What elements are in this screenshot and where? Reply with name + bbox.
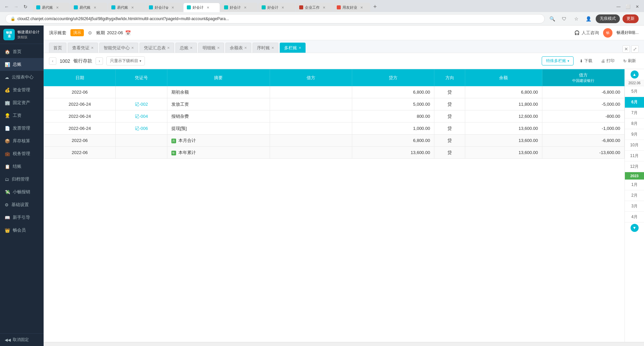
sidebar-item-inventory[interactable]: 📦 库存核算 xyxy=(0,135,44,147)
refresh-icon: ↻ xyxy=(623,59,627,63)
tab-view-voucher[interactable]: 查看凭证 ✕ xyxy=(68,43,98,53)
month-9[interactable]: 9月 xyxy=(625,129,644,140)
maximize-btn[interactable]: ⬜ xyxy=(624,3,632,11)
forward-btn[interactable]: → xyxy=(12,3,20,11)
tab-close-7[interactable]: ✕ xyxy=(281,6,284,9)
profile-icon-btn[interactable]: 👤 xyxy=(584,14,593,23)
sidebar-item-ledger[interactable]: 📊 总账 xyxy=(0,58,44,71)
month-12[interactable]: 12月 xyxy=(625,161,644,172)
tab-close-9[interactable]: ✕ xyxy=(360,6,363,9)
sidebar-item-funds[interactable]: 💰 资金管理 xyxy=(0,84,44,96)
print-btn[interactable]: 🖨 打印 xyxy=(598,57,617,65)
tab-journal-close[interactable]: ✕ xyxy=(271,46,274,50)
tab-journal[interactable]: 序时账 ✕ xyxy=(253,43,278,53)
next-account-btn[interactable]: › xyxy=(96,57,103,65)
tab-balance-sheet-close[interactable]: ✕ xyxy=(244,46,247,50)
calendar-up-arrow[interactable]: ▲ xyxy=(625,69,644,80)
tab-smart-voucher[interactable]: 智能凭证中心 ✕ xyxy=(99,43,138,53)
cell-voucher-2[interactable]: 记-002 xyxy=(116,98,167,110)
tab-voucher-summary[interactable]: 凭证汇总表 ✕ xyxy=(140,43,174,53)
cell-voucher-4[interactable]: 记-006 xyxy=(116,122,167,135)
star-icon-btn[interactable]: ☆ xyxy=(572,14,581,23)
sidebar-item-settings[interactable]: ⚙ 基础设置 xyxy=(0,198,44,211)
tab-icon-6 xyxy=(224,5,228,9)
search-icon-btn[interactable]: 🔍 xyxy=(547,14,557,23)
sidebar-item-home[interactable]: 🏠 首页 xyxy=(0,45,44,58)
prev-account-btn[interactable]: ‹ xyxy=(49,57,56,65)
tab-enterprise[interactable]: 企业工作 ✕ xyxy=(296,3,333,12)
shield-icon-btn[interactable]: 🛡 xyxy=(559,14,569,23)
tab-haokuaiji-2[interactable]: 好会计 ✕ xyxy=(221,3,258,12)
month-8[interactable]: 8月 xyxy=(625,118,644,129)
calendar-icon[interactable]: 📅 xyxy=(125,30,131,36)
user-avatar[interactable]: 畅 xyxy=(603,28,612,38)
cell-voucher-3[interactable]: 记-004 xyxy=(116,110,167,122)
sidebar-item-expense[interactable]: 💸 小畅报销 xyxy=(0,186,44,198)
tab-multi-column-close[interactable]: ✕ xyxy=(299,46,301,50)
horizontal-scrollbar[interactable] xyxy=(44,342,644,346)
tab-view-voucher-close[interactable]: ✕ xyxy=(91,46,94,50)
tab-close-8[interactable]: ✕ xyxy=(323,6,325,9)
tab-home[interactable]: 首页 xyxy=(49,43,66,53)
month-11[interactable]: 11月 xyxy=(625,151,644,161)
sidebar-item-invoice[interactable]: 📄 发票管理 xyxy=(0,122,44,135)
guide-icon: 📖 xyxy=(5,215,10,220)
tab-voucher-summary-close[interactable]: ✕ xyxy=(167,46,170,50)
tab-general-ledger[interactable]: 总账 ✕ xyxy=(175,43,197,53)
month-2023-2[interactable]: 2月 xyxy=(625,190,644,201)
tab-multi-column[interactable]: 多栏账 ✕ xyxy=(280,43,306,53)
sidebar-item-report[interactable]: ☁ 云报表中心 xyxy=(0,71,44,84)
refresh-btn[interactable]: ↻ 刷新 xyxy=(621,57,639,65)
tab-close-2[interactable]: ✕ xyxy=(94,6,96,9)
tab-close-panel-btn[interactable]: ✕ xyxy=(623,45,630,53)
ai-consult-btn[interactable]: 🎧 人工咨询 xyxy=(574,30,599,36)
address-bar[interactable]: 🔒 cloud2.chanjet.com/accounting/uh26t264… xyxy=(5,14,545,23)
reload-btn[interactable]: ↻ xyxy=(21,3,30,11)
settings-gear-btn[interactable]: ⚙ xyxy=(88,30,92,36)
new-tab-button[interactable]: + xyxy=(371,3,379,11)
wuhen-btn[interactable]: 无痕模式 xyxy=(596,14,620,23)
tab-yidaizhang-3[interactable]: 易代账 ✕ xyxy=(108,3,145,12)
tab-close-5[interactable]: ✕ xyxy=(207,6,209,9)
tab-general-ledger-close[interactable]: ✕ xyxy=(190,46,193,50)
sidebar-item-close-books[interactable]: 📋 结账 xyxy=(0,160,44,173)
tab-haokuaiji-3[interactable]: 好会计 ✕ xyxy=(258,3,295,12)
back-btn[interactable]: ← xyxy=(3,3,11,11)
calendar-down-arrow[interactable]: ▼ xyxy=(625,223,644,233)
tab-expand-btn[interactable]: ⤢ xyxy=(631,45,639,53)
sidebar-item-guide[interactable]: 📖 新手引导 xyxy=(0,211,44,224)
tab-detail-ledger[interactable]: 明细账 ✕ xyxy=(198,43,224,53)
special-account-btn[interactable]: 特殊多栏账 ▾ xyxy=(542,56,574,65)
month-2023-1[interactable]: 1月 xyxy=(625,180,644,190)
user-name: 畅通好B细... xyxy=(616,30,639,36)
sidebar-item-member[interactable]: 👑 畅会员 xyxy=(0,224,44,237)
sidebar-pin-toggle[interactable]: ◀◀ 取消固定 xyxy=(0,333,44,346)
download-btn[interactable]: ⬇ 下载 xyxy=(577,57,595,65)
sidebar-item-salary[interactable]: 👷 工资 xyxy=(0,109,44,122)
sidebar-item-assets[interactable]: 🏢 固定资产 xyxy=(0,96,44,109)
sub-filter-dropdown[interactable]: 只显示下级科目 ▾ xyxy=(106,56,145,65)
minimize-btn[interactable]: — xyxy=(614,3,623,11)
month-6-active[interactable]: 6月 xyxy=(625,97,644,108)
tab-close-3[interactable]: ✕ xyxy=(131,6,134,9)
tab-yidaizhang-2[interactable]: 易代账 ✕ xyxy=(70,3,107,12)
tab-haokuaiji-1[interactable]: 好会计ψ ✕ xyxy=(146,3,182,12)
sidebar-item-tax[interactable]: 💼 税务管理 xyxy=(0,147,44,160)
sidebar-item-archive[interactable]: 🗂 归档管理 xyxy=(0,173,44,186)
tab-haokuaiji-active[interactable]: 好会计 ✕ xyxy=(183,3,220,12)
tab-detail-ledger-close[interactable]: ✕ xyxy=(217,46,220,50)
tab-close-6[interactable]: ✕ xyxy=(244,6,247,9)
tab-yidaizhang-1[interactable]: 易代账 ✕ xyxy=(33,3,70,12)
month-2023-4[interactable]: 4月 xyxy=(625,212,644,223)
month-10[interactable]: 10月 xyxy=(625,140,644,151)
tab-close-1[interactable]: ✕ xyxy=(56,6,59,9)
month-7[interactable]: 7月 xyxy=(625,108,644,118)
month-5[interactable]: 5月 xyxy=(625,86,644,97)
tab-smart-voucher-close[interactable]: ✕ xyxy=(131,46,134,50)
tab-close-4[interactable]: ✕ xyxy=(171,6,174,9)
month-2023-3[interactable]: 3月 xyxy=(625,201,644,212)
tab-balance-sheet[interactable]: 余额表 ✕ xyxy=(225,43,251,53)
close-window-btn[interactable]: ✕ xyxy=(633,3,641,11)
update-btn[interactable]: 更新 xyxy=(623,14,639,23)
tab-yonyou[interactable]: 用友好业 ✕ xyxy=(333,3,370,12)
